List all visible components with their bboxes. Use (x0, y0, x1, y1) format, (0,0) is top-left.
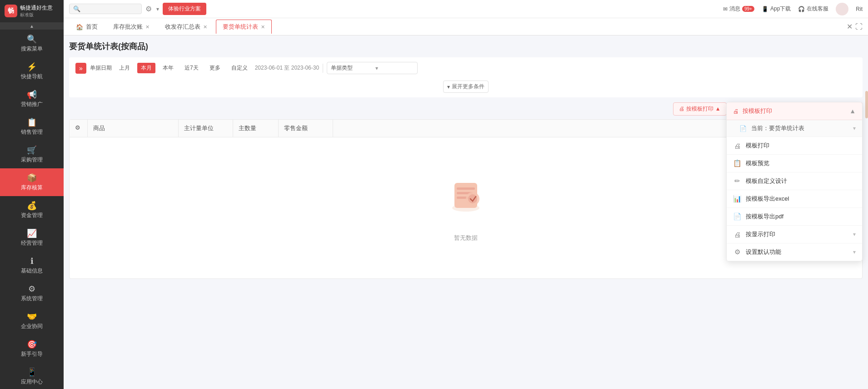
tab-close-receipt-summary[interactable]: ✕ (203, 24, 207, 30)
tab-close-all-icon[interactable]: ✕ (847, 22, 853, 31)
dropdown-template-design[interactable]: ✏ 模板自定义设计 (727, 172, 862, 190)
expand-conditions-arrow: ▾ (447, 84, 450, 90)
dropdown-close-icon[interactable]: ▲ (849, 107, 856, 115)
money-icon: 💰 (27, 201, 37, 211)
display-print-arrow: ▾ (853, 231, 856, 237)
default-function-arrow: ▾ (853, 249, 856, 255)
template-preview-icon: 📋 (733, 159, 741, 167)
col-settings-icon[interactable]: ⚙ (75, 124, 80, 131)
date-option-custom[interactable]: 自定义 (228, 63, 251, 73)
sidebar-item-newguide[interactable]: 🎯 新手引导 (0, 335, 64, 363)
col-quantity: 主数量 (233, 120, 279, 137)
clipboard-icon: 📋 (27, 117, 37, 127)
filter-separator (323, 64, 323, 73)
date-filter-label: 单据日期 (90, 64, 112, 72)
topbar-gear-icon[interactable]: ⚙ (145, 5, 152, 13)
date-option-last-month[interactable]: 上月 (115, 63, 134, 73)
sidebar-item-quicknav[interactable]: ⚡ 快捷导航 (0, 57, 64, 85)
sidebar-item-label: 搜索菜单 (21, 45, 43, 53)
topbar-search-icon: 🔍 (73, 5, 80, 12)
sidebar-item-inventory[interactable]: 📦 库存核算 (0, 168, 64, 196)
tab-inventory-batch[interactable]: 库存批次账 ✕ (106, 20, 156, 34)
page-header: 要货单统计表(按商品) (69, 41, 863, 52)
industry-solution-button[interactable]: 体验行业方案 (163, 3, 206, 15)
app-download-button[interactable]: 📱 App下载 (762, 5, 791, 13)
svg-rect-2 (457, 187, 475, 190)
sidebar-item-sales[interactable]: 📋 销售管理 (0, 113, 64, 141)
template-preview-label: 模板预览 (746, 159, 769, 167)
date-option-this-month[interactable]: 本月 (137, 63, 155, 73)
app-icon: 📱 (762, 6, 768, 12)
date-option-7days[interactable]: 近7天 (181, 63, 202, 73)
col-settings[interactable]: ⚙ (70, 120, 88, 137)
sidebar-item-appstore[interactable]: 📱 应用中心 (0, 363, 64, 389)
user-avatar[interactable] (836, 3, 848, 15)
dropdown-template-pdf[interactable]: 📄 按模板导出pdf (727, 208, 862, 226)
user-name[interactable]: Rit (856, 6, 863, 12)
dropdown-template-print[interactable]: 🖨 模板打印 (727, 137, 862, 155)
print-template-button[interactable]: 🖨 按模板打印 ▲ (673, 102, 727, 116)
logo-text: 畅捷通好生意 标准版 (20, 5, 53, 18)
tab-order-stats[interactable]: 要货单统计表 ✕ (216, 20, 272, 34)
megaphone-icon: 📢 (27, 90, 37, 100)
tab-expand-icon[interactable]: ⛶ (855, 23, 863, 31)
page-content: 要货单统计表(按商品) » 单据日期 上月 本月 本年 近7天 更多 自定义 2… (64, 35, 868, 389)
sidebar-item-marketing[interactable]: 📢 营销推广 (0, 85, 64, 113)
logo-icon: 畅 (5, 5, 17, 17)
tab-close-inventory-batch[interactable]: ✕ (145, 24, 150, 30)
sidebar-item-system[interactable]: ⚙ 系统管理 (0, 279, 64, 307)
handshake-icon: 🤝 (27, 312, 37, 322)
sidebar-item-search[interactable]: 🔍 搜索菜单 (0, 30, 64, 57)
sidebar-item-label: 快捷导航 (21, 73, 43, 81)
dropdown-current-template[interactable]: 📄 当前：要货单统计表 ▾ (727, 120, 862, 137)
template-print-label: 模板打印 (746, 141, 769, 150)
empty-illustration (443, 174, 489, 227)
home-icon: 🏠 (76, 24, 83, 30)
topbar-search-input[interactable] (82, 6, 128, 12)
online-service-button[interactable]: 🎧 在线客服 (798, 5, 828, 13)
template-design-label: 模板自定义设计 (746, 177, 787, 185)
sidebar-item-operations[interactable]: 📈 经营管理 (0, 224, 64, 252)
dropdown-template-excel[interactable]: 📊 按模板导出excel (727, 190, 862, 208)
topbar-dropdown-icon[interactable]: ▾ (156, 6, 159, 12)
messages-button[interactable]: ✉ 消息 99+ (723, 5, 754, 13)
col-unit: 主计量单位 (179, 120, 233, 137)
dropdown-display-print[interactable]: 🖨 按显示打印 ▾ (727, 226, 862, 243)
tab-bar: 🏠 首页 库存批次账 ✕ 收发存汇总表 ✕ 要货单统计表 ✕ ✕ ⛶ (64, 18, 868, 35)
sidebar: 畅 畅捷通好生意 标准版 ▲ 🔍 搜索菜单 ⚡ 快捷导航 📢 营销推广 📋 销售… (0, 0, 64, 389)
select-arrow-icon: ▾ (375, 65, 378, 71)
tab-receipt-summary[interactable]: 收发存汇总表 ✕ (158, 20, 214, 34)
sidebar-item-finance[interactable]: 💰 资金管理 (0, 196, 64, 224)
cart-icon: 🛒 (27, 145, 37, 155)
target-icon: 🎯 (27, 339, 37, 349)
main-content: 🔍 ⚙ ▾ 体验行业方案 ✉ 消息 99+ 📱 App下载 🎧 在线客服 Rit (64, 0, 868, 389)
sidebar-scroll-up[interactable]: ▲ (0, 23, 64, 30)
template-design-icon: ✏ (733, 177, 741, 185)
scrollbar-thumb[interactable] (865, 91, 868, 118)
lightning-icon: ⚡ (27, 62, 37, 72)
type-filter-select[interactable]: 单据类型 ▾ (327, 62, 418, 74)
current-template-icon: 📄 (739, 125, 747, 132)
topbar-search-box[interactable]: 🔍 (69, 4, 142, 14)
dropdown-template-preview[interactable]: 📋 模板预览 (727, 155, 862, 172)
action-bar: 🖨 按模板打印 ▲ ↗ 导出 ↺ 刷新 ··· 查询 设置 🖨 按模板打印 (69, 102, 863, 116)
expand-conditions-button[interactable]: ▾ 展开更多条件 (443, 81, 489, 93)
dropdown-print-icon: 🖨 (733, 108, 739, 115)
print-icon: 🖨 (679, 106, 684, 112)
print-dropdown: 🖨 按模板打印 ▲ 📄 当前：要货单统计表 ▾ 🖨 模板打印 📋 (726, 102, 863, 262)
tab-home[interactable]: 🏠 首页 (69, 20, 105, 34)
sidebar-item-label: 采购管理 (21, 156, 43, 164)
empty-text: 暂无数据 (454, 234, 478, 242)
date-option-this-year[interactable]: 本年 (159, 63, 177, 73)
tab-close-order-stats[interactable]: ✕ (261, 24, 265, 30)
sidebar-item-basic-info[interactable]: ℹ 基础信息 (0, 252, 64, 279)
dropdown-default-function[interactable]: ⚙ 设置默认功能 ▾ (727, 243, 862, 261)
display-print-label: 按显示打印 (746, 230, 775, 238)
date-option-more[interactable]: 更多 (206, 63, 224, 73)
messages-badge: 99+ (742, 6, 754, 12)
gear-icon: ⚙ (28, 284, 35, 294)
template-print-icon: 🖨 (733, 142, 741, 150)
filter-expand-icon[interactable]: » (75, 63, 86, 74)
sidebar-item-purchase[interactable]: 🛒 采购管理 (0, 141, 64, 168)
sidebar-item-enterprise[interactable]: 🤝 企业协同 (0, 307, 64, 335)
